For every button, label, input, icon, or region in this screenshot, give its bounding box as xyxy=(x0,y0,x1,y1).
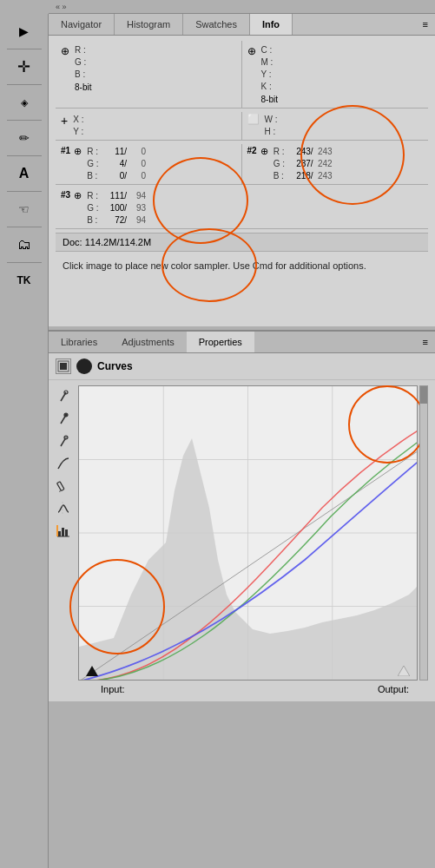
sidebar-sep-6 xyxy=(7,227,42,227)
curves-header-icon xyxy=(56,358,71,374)
color-sampler-icon-right: ⊕ xyxy=(247,45,256,57)
sidebar-sep-5 xyxy=(7,191,42,192)
curves-title: Curves xyxy=(97,360,133,372)
crosshair-icon: + xyxy=(61,114,68,128)
svg-rect-11 xyxy=(58,531,61,536)
bottom-panel-menu-button[interactable]: ≡ xyxy=(416,333,435,351)
curves-body xyxy=(49,380,435,681)
sampler-1-label: #1 xyxy=(61,146,70,155)
tool-brush[interactable]: ✏ xyxy=(10,124,38,152)
sidebar-sep-1 xyxy=(7,49,42,49)
eyedropper-3-tool[interactable] xyxy=(55,432,72,450)
panel-menu-button[interactable]: ≡ xyxy=(416,16,435,33)
sidebar-sep-2 xyxy=(7,84,42,85)
tab-info[interactable]: Info xyxy=(250,14,293,35)
sampler-2: #2 ⊕ R : G : B : 243/ 237/ 218/ xyxy=(242,144,429,184)
svg-marker-9 xyxy=(59,490,61,492)
tab-navigator[interactable]: Navigator xyxy=(49,14,115,35)
bottom-panel: Libraries Adjustments Properties ≡ xyxy=(49,330,435,701)
sampler-1: #1 ⊕ R : G : B : 11/ 4/ 0/ xyxy=(56,144,242,184)
bit-depth-right: 8-bit xyxy=(261,95,278,104)
main-content: « » Navigator Histogram Swatches Info ≡ xyxy=(49,0,435,854)
svg-rect-12 xyxy=(62,528,64,536)
curves-circle-icon xyxy=(76,358,92,374)
help-text: Click image to place new color sampler. … xyxy=(56,252,428,321)
eyedropper-2-tool[interactable] xyxy=(55,410,72,427)
collapse-arrows: « » xyxy=(56,3,67,11)
tool-move[interactable]: ✛ xyxy=(10,53,38,81)
svg-rect-13 xyxy=(65,529,68,536)
sidebar-sep-4 xyxy=(7,155,42,156)
rgb-labels-left: R : G : B : xyxy=(75,44,87,81)
tool-play[interactable]: ▶ xyxy=(10,17,38,45)
eyedropper-1-tool[interactable] xyxy=(55,387,72,404)
tab-swatches[interactable]: Swatches xyxy=(183,14,250,35)
sampler-3-label: #3 xyxy=(61,190,70,200)
output-label: Output: xyxy=(378,684,409,694)
svg-marker-25 xyxy=(398,666,410,676)
svg-marker-24 xyxy=(86,666,98,676)
left-sidebar: ▶ ✛ ◈ ✏ A ☜ 🗂 TK xyxy=(0,14,49,868)
svg-point-5 xyxy=(64,413,68,417)
smooth-tool[interactable] xyxy=(55,500,72,517)
panel-tab-bar: Navigator Histogram Swatches Info ≡ xyxy=(49,14,435,36)
curve-tool[interactable] xyxy=(55,455,72,472)
sampler-2-icon: ⊕ xyxy=(260,146,268,157)
tab-histogram[interactable]: Histogram xyxy=(115,14,183,35)
tab-libraries[interactable]: Libraries xyxy=(49,332,109,352)
tool-hand[interactable]: ☜ xyxy=(10,195,38,223)
sampler-3-icon: ⊕ xyxy=(74,190,82,201)
bit-depth-left: 8-bit xyxy=(75,82,91,92)
collapse-bar[interactable]: « » xyxy=(49,0,435,14)
doc-value: 114.2M/114.2M xyxy=(85,237,151,247)
tool-folder[interactable]: 🗂 xyxy=(10,231,38,259)
curves-header: Curves xyxy=(49,353,435,380)
tool-tk[interactable]: TK xyxy=(10,266,38,294)
sidebar-sep-7 xyxy=(7,262,42,263)
info-panel: ⊕ R : G : B : 8-bit xyxy=(49,36,435,326)
input-label: Input: xyxy=(101,684,125,694)
sampler-2-label: #2 xyxy=(247,146,257,155)
wh-section: ⬜ W : H : xyxy=(242,112,429,140)
tool-select[interactable]: ◈ xyxy=(10,89,38,116)
curves-canvas-container xyxy=(78,385,418,681)
tab-properties[interactable]: Properties xyxy=(187,332,254,352)
bar-chart-tool[interactable] xyxy=(55,523,72,540)
bottom-tab-bar: Libraries Adjustments Properties ≡ xyxy=(49,332,435,353)
sampler-1-icon: ⊕ xyxy=(74,146,82,157)
tab-adjustments[interactable]: Adjustments xyxy=(109,332,187,352)
black-point-triangle xyxy=(86,666,98,678)
sidebar-sep-3 xyxy=(7,120,42,121)
svg-line-22 xyxy=(79,386,417,680)
xy-section: + X : Y : xyxy=(56,112,242,140)
curves-scrollbar[interactable] xyxy=(418,385,430,681)
tool-text[interactable]: A xyxy=(10,160,38,187)
input-output-row: Input: Output: xyxy=(49,681,435,701)
scroll-thumb[interactable] xyxy=(420,386,427,404)
rectangle-icon: ⬜ xyxy=(247,114,260,125)
pencil-tool[interactable] xyxy=(55,477,72,495)
cmyk-labels: C : M : Y : K : xyxy=(261,44,278,93)
curves-canvas[interactable] xyxy=(78,385,418,681)
status-bar: Doc: 114.2M/114.2M xyxy=(56,233,428,252)
svg-point-7 xyxy=(64,436,68,439)
svg-rect-8 xyxy=(57,482,64,491)
color-sampler-icon-left: ⊕ xyxy=(61,45,69,57)
white-point-triangle xyxy=(398,666,410,678)
sampler-3: #3 ⊕ R : G : B : 111/ 100/ 72/ 94 93 xyxy=(61,190,423,227)
svg-rect-1 xyxy=(60,363,67,370)
doc-label: Doc: xyxy=(63,237,82,247)
curves-lines-svg xyxy=(79,386,417,680)
